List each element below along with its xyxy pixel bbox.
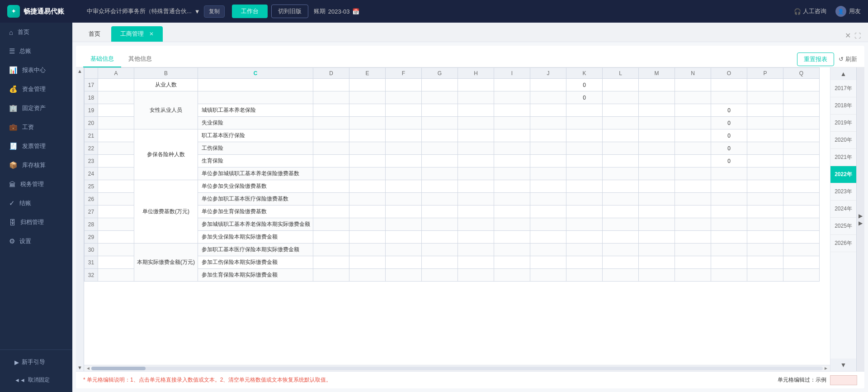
cell-empty[interactable] xyxy=(349,244,386,256)
cell-empty[interactable] xyxy=(675,231,711,244)
cell-o[interactable] xyxy=(711,244,747,256)
cell-empty[interactable] xyxy=(603,129,639,142)
cell-empty[interactable] xyxy=(530,79,566,91)
cell-empty[interactable] xyxy=(458,244,494,256)
cell-empty[interactable] xyxy=(675,206,711,218)
cell-empty[interactable] xyxy=(313,256,349,269)
cell-empty[interactable] xyxy=(530,155,566,167)
cell-empty[interactable] xyxy=(675,193,711,206)
cell-empty[interactable] xyxy=(494,104,530,117)
sub-tab-other[interactable]: 其他信息 xyxy=(121,51,159,67)
cell-k[interactable] xyxy=(566,104,603,117)
cell-empty[interactable] xyxy=(747,256,783,269)
cell-k[interactable] xyxy=(566,231,603,244)
cell-empty[interactable] xyxy=(747,269,783,282)
cell-k[interactable] xyxy=(566,256,603,269)
cell-empty[interactable] xyxy=(603,244,639,256)
cell-o[interactable] xyxy=(711,180,747,193)
hscroll-thumb[interactable] xyxy=(91,367,146,370)
cell-c[interactable]: 参加城镇职工基本养老保险本期实际缴费金额 xyxy=(198,218,313,231)
cell-empty[interactable] xyxy=(422,244,458,256)
cell-empty[interactable] xyxy=(783,104,820,117)
cell-empty[interactable] xyxy=(494,79,530,91)
cell-empty[interactable] xyxy=(349,231,386,244)
cell-empty[interactable] xyxy=(349,256,386,269)
cell-empty[interactable] xyxy=(349,129,386,142)
sidebar-item-home[interactable]: ⌂ 首页 xyxy=(0,23,72,42)
cell-empty[interactable] xyxy=(639,231,675,244)
cell-empty[interactable] xyxy=(530,206,566,218)
cell-o[interactable] xyxy=(711,91,747,104)
cell-a[interactable] xyxy=(98,206,134,218)
cell-empty[interactable] xyxy=(603,256,639,269)
year-item[interactable]: 2018年 xyxy=(830,97,856,115)
cell-empty[interactable] xyxy=(639,155,675,167)
year-item[interactable]: 2024年 xyxy=(830,201,856,218)
cell-empty[interactable] xyxy=(747,142,783,155)
cell-c[interactable]: 单位参加失业保险缴费基数 xyxy=(198,180,313,193)
cell-empty[interactable] xyxy=(494,193,530,206)
cell-empty[interactable] xyxy=(349,155,386,167)
cell-empty[interactable] xyxy=(386,256,422,269)
cell-empty[interactable] xyxy=(603,180,639,193)
cell-empty[interactable] xyxy=(458,79,494,91)
cell-empty[interactable] xyxy=(675,79,711,91)
cell-empty[interactable] xyxy=(494,142,530,155)
cell-empty[interactable] xyxy=(422,231,458,244)
cell-c[interactable]: 城镇职工基本养老保险 xyxy=(198,104,313,117)
cell-empty[interactable] xyxy=(639,244,675,256)
cell-empty[interactable] xyxy=(422,218,458,231)
cell-empty[interactable] xyxy=(639,142,675,155)
workbench-button[interactable]: 工作台 xyxy=(232,5,268,18)
cell-empty[interactable] xyxy=(747,129,783,142)
cell-empty[interactable] xyxy=(603,193,639,206)
year-item[interactable]: 2019年 xyxy=(830,115,856,132)
cell-empty[interactable] xyxy=(386,91,422,104)
sidebar-item-invoice[interactable]: 🧾 发票管理 xyxy=(0,137,72,156)
cell-empty[interactable] xyxy=(494,206,530,218)
cell-empty[interactable] xyxy=(603,104,639,117)
reset-report-button[interactable]: 重置报表 xyxy=(797,53,834,66)
cell-k[interactable] xyxy=(566,218,603,231)
cell-empty[interactable] xyxy=(530,117,566,129)
cell-empty[interactable] xyxy=(783,256,820,269)
cell-empty[interactable] xyxy=(530,193,566,206)
cell-empty[interactable] xyxy=(386,231,422,244)
cell-empty[interactable] xyxy=(675,117,711,129)
cell-empty[interactable] xyxy=(603,117,639,129)
cell-k[interactable] xyxy=(566,180,603,193)
cell-empty[interactable] xyxy=(458,142,494,155)
cell-c[interactable]: 生育保险 xyxy=(198,155,313,167)
cell-empty[interactable] xyxy=(783,206,820,218)
cell-empty[interactable] xyxy=(386,206,422,218)
cell-empty[interactable] xyxy=(313,244,349,256)
year-panel-up-button[interactable]: ▲ xyxy=(830,67,856,80)
cell-empty[interactable] xyxy=(349,193,386,206)
cell-empty[interactable] xyxy=(458,91,494,104)
cell-c[interactable]: 失业保险 xyxy=(198,117,313,129)
cell-empty[interactable] xyxy=(530,91,566,104)
cell-k[interactable]: 0 xyxy=(566,91,603,104)
cell-empty[interactable] xyxy=(747,167,783,180)
cell-empty[interactable] xyxy=(747,117,783,129)
cell-o[interactable]: 0 xyxy=(711,129,747,142)
cell-empty[interactable] xyxy=(494,91,530,104)
tab-business[interactable]: 工商管理 ✕ xyxy=(111,26,163,42)
cell-k[interactable] xyxy=(566,155,603,167)
cell-empty[interactable] xyxy=(386,244,422,256)
sidebar-item-wages[interactable]: 💼 工资 xyxy=(0,118,72,137)
refresh-button[interactable]: ↺ 刷新 xyxy=(839,55,857,63)
cell-empty[interactable] xyxy=(530,218,566,231)
cell-empty[interactable] xyxy=(675,167,711,180)
cell-empty[interactable] xyxy=(639,129,675,142)
cell-empty[interactable] xyxy=(494,269,530,282)
cell-empty[interactable] xyxy=(349,91,386,104)
cell-empty[interactable] xyxy=(747,180,783,193)
calendar-icon[interactable]: 📅 xyxy=(352,8,359,15)
scroll-down-icon[interactable]: ▼ xyxy=(77,365,82,370)
cell-c[interactable]: 参加失业保险本期实际缴费金额 xyxy=(198,231,313,244)
cell-empty[interactable] xyxy=(530,104,566,117)
sidebar-item-finance[interactable]: 💰 资金管理 xyxy=(0,80,72,99)
cell-a[interactable] xyxy=(98,244,134,256)
cell-empty[interactable] xyxy=(458,269,494,282)
